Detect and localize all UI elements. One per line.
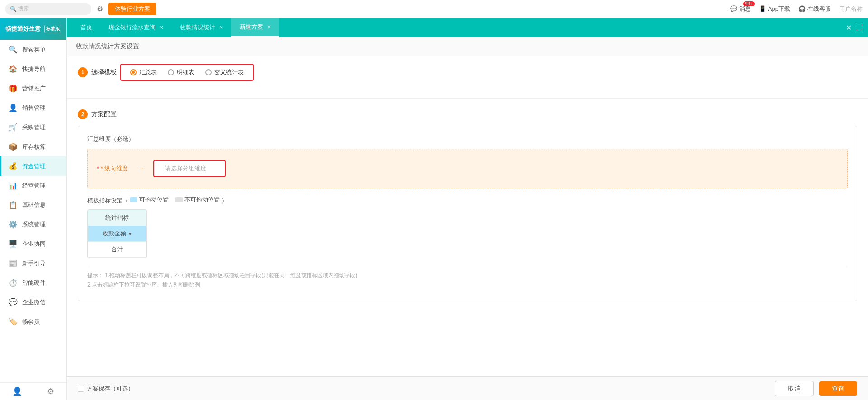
sidebar-item-inventory[interactable]: 📦 库存核算 [0, 137, 66, 156]
sidebar-item-label: 畅会员 [22, 318, 40, 326]
tab-new-plan[interactable]: 新建方案 ✕ [231, 18, 279, 37]
sidebar-item-label: 库存核算 [22, 143, 46, 151]
settings-icon[interactable]: ⚙ [97, 5, 103, 13]
tab-receipt-stats-close[interactable]: ✕ [219, 24, 223, 31]
template-options-box: 汇总表 明细表 交叉统计表 [120, 64, 254, 81]
sidebar-item-enterprise-wechat[interactable]: 💬 企业微信 [0, 292, 66, 312]
radio-detail-label: 明细表 [177, 68, 194, 76]
summary-dimension-label: 汇总维度（必选） [87, 135, 848, 143]
column-dropdown-icon[interactable]: ▾ [129, 231, 132, 237]
logo-badge: 标准版 [44, 25, 61, 33]
marketing-icon: 🎁 [9, 84, 18, 93]
hint-item-1: 提示： 1.拖动标题栏可以调整布局，不可跨维度或指标区域拖动栏目字段(只能在同一… [87, 272, 848, 279]
tab-bank-flow[interactable]: 现金银行流水查询 ✕ [100, 18, 172, 37]
trial-button[interactable]: 体验行业方案 [108, 3, 156, 15]
radio-detail[interactable]: 明细表 [168, 68, 194, 76]
sidebar-item-quick-nav[interactable]: 🏠 快捷导航 [0, 59, 66, 79]
search-placeholder: 搜索 [18, 5, 29, 13]
radio-summary[interactable]: 汇总表 [130, 68, 157, 76]
radio-crosstab[interactable]: 交叉统计表 [205, 68, 244, 76]
logo-text: 畅捷通好生意 [5, 25, 41, 33]
step2-badge: 2 [78, 109, 88, 119]
main-layout: 畅捷通好生意 标准版 🔍 搜索菜单 🏠 快捷导航 🎁 营销推广 👤 销售管理 🛒… [0, 18, 868, 400]
sidebar-bottom-settings[interactable]: ⚙ [47, 386, 54, 396]
receipt-amount-label: 收款金额 [103, 230, 126, 238]
message-icon: 💬 [730, 5, 737, 12]
hint-item-2: 2.点击标题栏下拉可设置排序、插入列和删除列 [87, 281, 848, 289]
tab-home[interactable]: 首页 [72, 18, 100, 37]
app-download-btn[interactable]: 📱 App下载 [759, 5, 790, 13]
save-option-checkbox[interactable]: 方案保存（可选） [78, 385, 134, 393]
online-service-label: 在线客服 [807, 5, 831, 13]
radio-crosstab-circle[interactable] [205, 69, 212, 75]
step1-title: 1 选择模板 汇总表 明细表 [78, 64, 857, 81]
sidebar: 畅捷通好生意 标准版 🔍 搜索菜单 🏠 快捷导航 🎁 营销推广 👤 销售管理 🛒… [0, 18, 67, 400]
sidebar-item-finance[interactable]: 💰 资金管理 [0, 156, 66, 176]
step2-section: 2 方案配置 汇总维度（必选） * * 纵向维度 [67, 102, 868, 308]
tab-close-all-icon[interactable]: ✕ [846, 24, 852, 32]
tab-new-plan-close[interactable]: ✕ [267, 24, 271, 30]
search-icon: 🔍 [10, 6, 17, 12]
page-title: 收款情况统计方案设置 [76, 42, 139, 50]
sidebar-item-smart-hardware[interactable]: ⏱️ 智能硬件 [0, 273, 66, 292]
sidebar-item-search-menu[interactable]: 🔍 搜索菜单 [0, 40, 66, 59]
save-option-label: 方案保存（可选） [87, 385, 134, 393]
sidebar-bottom-user[interactable]: 👤 [12, 386, 22, 396]
header-search-bar[interactable]: 🔍 搜索 [5, 3, 91, 15]
page-header: 收款情况统计方案设置 [67, 37, 868, 56]
vertical-dimension-label: * * 纵向维度 [97, 165, 128, 173]
query-button[interactable]: 查询 [819, 381, 857, 396]
sidebar-item-operations[interactable]: 📊 经营管理 [0, 176, 66, 195]
step1-label: 选择模板 [91, 68, 117, 76]
inventory-icon: 📦 [9, 142, 18, 151]
sidebar-bottom: 👤 ⚙ [0, 382, 66, 400]
purchase-icon: 🛒 [9, 123, 18, 132]
tab-bar-controls: ✕ ⛶ [846, 24, 863, 32]
dimension-select-box[interactable]: 请选择分组维度 [153, 160, 226, 177]
message-badge: 99+ [743, 1, 755, 6]
message-btn[interactable]: 💬 消息 99+ [730, 5, 751, 13]
content-area: 收款情况统计方案设置 1 选择模板 汇总表 [67, 37, 868, 376]
radio-detail-circle[interactable] [168, 69, 174, 75]
indicator-table-header: 统计指标 [88, 210, 146, 226]
step2-label: 方案配置 [91, 110, 117, 118]
operations-icon: 📊 [9, 181, 18, 190]
sidebar-item-basic-info[interactable]: 📋 基础信息 [0, 195, 66, 215]
tab-expand-icon[interactable]: ⛶ [855, 24, 863, 32]
sidebar-item-sales[interactable]: 👤 销售管理 [0, 98, 66, 118]
sidebar-item-label: 系统管理 [22, 221, 46, 229]
sidebar-item-purchase[interactable]: 🛒 采购管理 [0, 118, 66, 137]
dimension-area: * * 纵向维度 → 请选择分组维度 [87, 149, 848, 188]
enterprise-wechat-icon: 💬 [9, 298, 18, 306]
sidebar-item-label: 企业微信 [22, 298, 46, 306]
system-icon: ⚙️ [9, 220, 18, 229]
sidebar-item-member[interactable]: 🏷️ 畅会员 [0, 312, 66, 331]
tab-receipt-stats[interactable]: 收款情况统计 ✕ [172, 18, 231, 37]
indicator-label-row: 模板指标设定（ 可拖动位置 不可拖动位置 [87, 196, 848, 205]
radio-summary-circle[interactable] [130, 69, 137, 75]
sidebar-item-label: 企业协同 [22, 240, 46, 248]
tab-bank-flow-label: 现金银行流水查询 [108, 24, 156, 32]
sidebar-item-label: 智能硬件 [22, 279, 46, 287]
user-name[interactable]: 用户名称 [839, 5, 863, 13]
settings-bottom-icon: ⚙ [47, 386, 54, 396]
tab-bank-flow-close[interactable]: ✕ [159, 24, 164, 31]
finance-icon: 💰 [9, 162, 18, 170]
indicator-table-cell-subtotal: 合计 [88, 242, 146, 258]
tab-bar: 首页 现金银行流水查询 ✕ 收款情况统计 ✕ 新建方案 ✕ ✕ ⛶ [67, 18, 868, 37]
online-service-btn[interactable]: 🎧 在线客服 [798, 5, 831, 13]
sidebar-item-new-guide[interactable]: 📰 新手引导 [0, 254, 66, 273]
indicator-column-receipt[interactable]: 收款金额 ▾ [88, 226, 146, 242]
app-icon: 📱 [759, 5, 766, 12]
cancel-button[interactable]: 取消 [775, 381, 814, 396]
page-content: 收款情况统计方案设置 1 选择模板 汇总表 [67, 37, 868, 376]
sidebar-item-system[interactable]: ⚙️ 系统管理 [0, 215, 66, 234]
step1-badge: 1 [78, 67, 88, 77]
quick-nav-icon: 🏠 [9, 65, 18, 73]
top-header: 🔍 搜索 ⚙ 体验行业方案 💬 消息 99+ 📱 App下载 🎧 在线客服 用户… [0, 0, 868, 18]
save-checkbox[interactable] [78, 386, 84, 392]
sidebar-item-marketing[interactable]: 🎁 营销推广 [0, 79, 66, 98]
step1-section: 1 选择模板 汇总表 明细表 [67, 56, 868, 94]
sidebar-item-enterprise-collab[interactable]: 🖥️ 企业协同 [0, 234, 66, 254]
summary-dimension-text: 汇总维度（必选） [87, 136, 134, 142]
